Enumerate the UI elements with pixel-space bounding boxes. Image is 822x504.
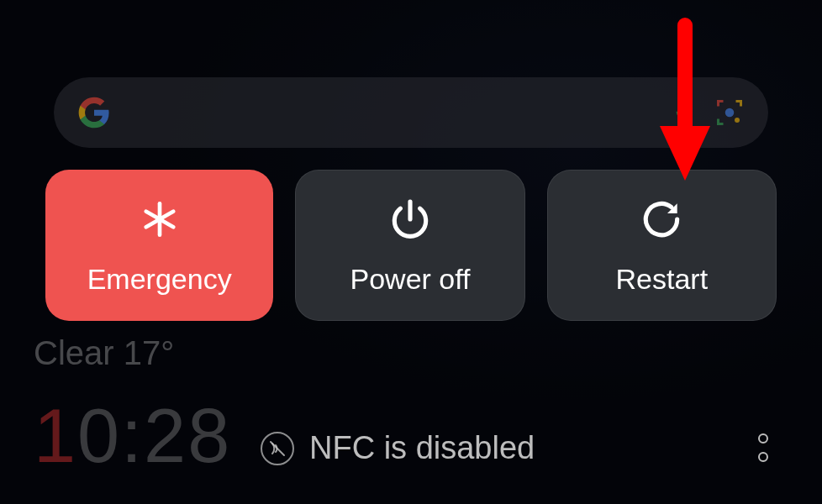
google-g-icon <box>77 96 111 129</box>
restart-button[interactable]: Restart <box>547 170 777 321</box>
svg-point-0 <box>725 108 735 118</box>
overflow-menu-button[interactable] <box>746 427 780 469</box>
power-off-button[interactable]: Power off <box>295 170 524 321</box>
emergency-icon <box>136 196 183 243</box>
svg-point-1 <box>735 118 740 123</box>
google-search-bar <box>54 77 768 148</box>
power-off-label: Power off <box>350 263 470 296</box>
restart-label: Restart <box>616 263 709 296</box>
dot-icon <box>758 433 768 444</box>
weather-text: Clear 17° <box>34 334 174 372</box>
clock-text: 10:28 <box>34 393 231 480</box>
power-menu: Emergency Power off Restart <box>45 170 777 321</box>
dot-icon <box>758 452 768 462</box>
power-icon <box>387 196 434 243</box>
nfc-disabled-icon <box>261 432 294 465</box>
google-lens-icon <box>714 97 745 128</box>
nfc-status-chip[interactable]: NFC is disabled <box>261 430 535 466</box>
emergency-label: Emergency <box>87 263 232 296</box>
restart-icon <box>638 196 685 243</box>
microphone-icon <box>671 99 698 126</box>
emergency-button[interactable]: Emergency <box>45 170 273 321</box>
nfc-label: NFC is disabled <box>309 430 535 466</box>
